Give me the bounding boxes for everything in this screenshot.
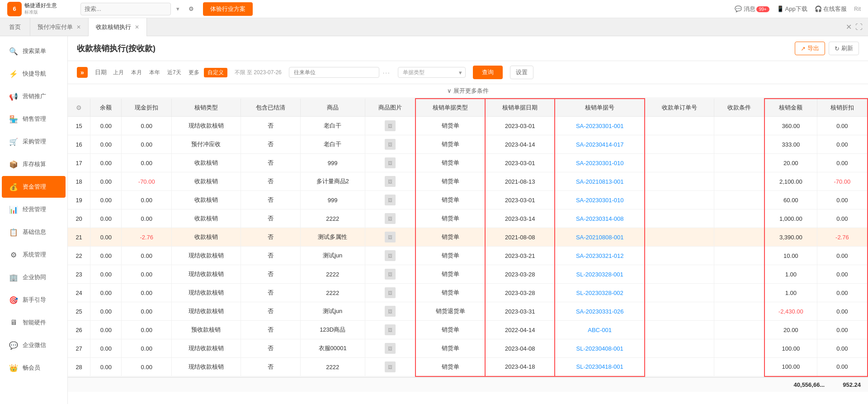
th-settings[interactable]: ⚙ bbox=[68, 99, 90, 117]
app-download-btn[interactable]: 📱 App下载 bbox=[777, 5, 807, 13]
date-7days-btn[interactable]: 近7天 bbox=[165, 68, 184, 77]
message-btn[interactable]: 💬 消息99+ bbox=[735, 5, 769, 13]
td-bill-no[interactable]: SL-20230408-001 bbox=[555, 339, 644, 358]
sidebar-item-inventory[interactable]: 📦 库存核算 bbox=[2, 153, 66, 175]
sidebar-item-basic[interactable]: 📋 基础信息 bbox=[2, 221, 66, 243]
sidebar-item-member[interactable]: 👑 畅会员 bbox=[2, 357, 66, 379]
bill-no-link[interactable]: SA-20230314-008 bbox=[576, 215, 624, 222]
bill-no-link[interactable]: SA-20230331-026 bbox=[576, 308, 624, 315]
td-amount: 1.00 bbox=[764, 265, 817, 284]
sidebar-item-marketing[interactable]: 📢 营销推广 bbox=[2, 86, 66, 107]
bill-no-link[interactable]: SA-20210808-001 bbox=[576, 234, 624, 241]
sidebar-item-finance[interactable]: 💰 资金管理 bbox=[2, 176, 66, 198]
date-last-month-btn[interactable]: 上月 bbox=[110, 68, 127, 77]
td-pay-cond bbox=[714, 172, 764, 191]
table-row: 18 0.00 -70.00 收款核销 否 多计量商品2 🖼 销货单 2021-… bbox=[68, 172, 868, 191]
td-bill-no[interactable]: SL-20230328-002 bbox=[555, 284, 644, 302]
bill-no-link[interactable]: SA-20230301-001 bbox=[576, 123, 624, 129]
td-amount: 3,390.00 bbox=[764, 228, 817, 247]
td-pay-cond bbox=[714, 321, 764, 339]
td-verify-type: 现结收款核销 bbox=[172, 117, 241, 135]
bill-no-link[interactable]: SA-20230301-010 bbox=[576, 197, 624, 204]
td-bill-type: 销货退货单 bbox=[415, 302, 485, 321]
sidebar-item-search[interactable]: 🔍 搜索菜单 bbox=[2, 40, 66, 62]
sidebar-item-system[interactable]: ⚙ 系统管理 bbox=[2, 244, 66, 266]
td-settled: 否 bbox=[241, 209, 300, 228]
date-this-year-btn[interactable]: 本年 bbox=[146, 68, 163, 77]
date-this-month-btn[interactable]: 本月 bbox=[128, 68, 145, 77]
th-order-no: 收款单订单号 bbox=[645, 99, 714, 117]
sidebar-item-collab[interactable]: 🏢 企业协同 bbox=[2, 266, 66, 288]
sidebar-item-hardware[interactable]: 🖥 智能硬件 bbox=[2, 312, 66, 333]
bill-no-link[interactable]: SL-20230328-001 bbox=[576, 271, 623, 278]
top-search-input[interactable] bbox=[80, 3, 171, 15]
export-button[interactable]: ↗ 导出 bbox=[795, 42, 825, 55]
bill-no-link[interactable]: SA-20230321-012 bbox=[576, 252, 624, 259]
maximize-icon[interactable]: ⛶ bbox=[855, 23, 863, 31]
product-img-placeholder: 🖼 bbox=[385, 120, 396, 131]
product-img-cell: 🖼 bbox=[369, 195, 411, 205]
td-bill-no[interactable]: SL-20230328-001 bbox=[555, 265, 644, 284]
top-bar: 6 畅捷通好生意 标准版 ▾ ⚙ 体验行业方案 💬 消息99+ 📱 App下载 … bbox=[0, 0, 868, 18]
tab-prepay[interactable]: 预付冲应付单 ✕ bbox=[30, 18, 89, 36]
td-product-img: 🖼 bbox=[365, 358, 415, 376]
close-tab-icon[interactable]: ✕ bbox=[846, 23, 852, 31]
tab-verify[interactable]: 收款核销执行 ✕ bbox=[89, 18, 147, 36]
settings-gear-icon[interactable]: ⚙ bbox=[185, 3, 198, 15]
sidebar-item-purchase[interactable]: 🛒 采购管理 bbox=[2, 131, 66, 152]
td-bill-no[interactable]: SA-20230301-010 bbox=[555, 191, 644, 209]
from-unit-input[interactable] bbox=[289, 67, 379, 78]
refresh-button[interactable]: ↻ 刷新 bbox=[829, 42, 859, 55]
expand-more-bar[interactable]: ∨ 展开更多条件 bbox=[68, 84, 868, 98]
td-bill-no[interactable]: SA-20230414-017 bbox=[555, 135, 644, 154]
td-settled: 否 bbox=[241, 117, 300, 135]
sidebar-item-nav[interactable]: ⚡ 快捷导航 bbox=[2, 63, 66, 85]
tab-prepay-close-icon[interactable]: ✕ bbox=[76, 24, 81, 30]
td-bill-no[interactable]: SA-20210808-001 bbox=[555, 228, 644, 247]
data-table-container[interactable]: ⚙ 余额 现金折扣 核销类型 包含已结清 商品 商品图片 核销单据类型 核销单据… bbox=[68, 98, 868, 404]
td-bill-no[interactable]: SL-20230418-001 bbox=[555, 358, 644, 376]
td-product-img: 🖼 bbox=[365, 265, 415, 284]
bill-no-link[interactable]: SA-20230414-017 bbox=[576, 141, 624, 148]
td-bill-no[interactable]: SA-20230301-001 bbox=[555, 117, 644, 135]
tab-home[interactable]: 首页 bbox=[0, 18, 30, 36]
trial-industry-button[interactable]: 体验行业方案 bbox=[203, 2, 253, 16]
td-bill-date: 2023-04-18 bbox=[485, 358, 555, 376]
td-discount: 0.00 bbox=[817, 247, 868, 265]
bill-no-link[interactable]: SL-20230418-001 bbox=[576, 363, 623, 370]
logo: 6 畅捷通好生意 标准版 bbox=[7, 2, 75, 16]
product-img-cell: 🖼 bbox=[369, 306, 411, 317]
td-bill-no[interactable]: SA-20230331-026 bbox=[555, 302, 644, 321]
th-product-img: 商品图片 bbox=[365, 99, 415, 117]
bill-type-select[interactable]: 单据类型 bbox=[398, 67, 466, 78]
sidebar-item-guide[interactable]: 🎯 新手引导 bbox=[2, 289, 66, 311]
bill-no-link[interactable]: SA-20210813-001 bbox=[576, 178, 624, 185]
sidebar-item-wechat[interactable]: 💬 企业微信 bbox=[2, 334, 66, 356]
bill-no-link[interactable]: ABC-001 bbox=[588, 327, 612, 333]
setting-button[interactable]: 设置 bbox=[510, 66, 533, 79]
td-verify-type: 现结收款核销 bbox=[172, 247, 241, 265]
date-more-btn[interactable]: 更多 bbox=[186, 68, 202, 77]
td-bill-no[interactable]: SA-20210813-001 bbox=[555, 172, 644, 191]
filter-expand-button[interactable]: » bbox=[77, 67, 88, 78]
tab-verify-close-icon[interactable]: ✕ bbox=[135, 24, 139, 30]
td-balance: 0.00 bbox=[90, 191, 122, 209]
bill-no-link[interactable]: SL-20230408-001 bbox=[576, 345, 623, 352]
td-discount: -2.76 bbox=[817, 228, 868, 247]
td-bill-no[interactable]: SA-20230301-010 bbox=[555, 154, 644, 172]
td-bill-no[interactable]: SA-20230314-008 bbox=[555, 209, 644, 228]
query-button[interactable]: 查询 bbox=[473, 66, 503, 79]
td-bill-no[interactable]: SA-20230321-012 bbox=[555, 247, 644, 265]
table-row: 28 0.00 0.00 现结收款核销 否 2222 🖼 销货单 2023-04… bbox=[68, 358, 868, 376]
bill-no-link[interactable]: SL-20230328-002 bbox=[576, 290, 623, 296]
bill-no-link[interactable]: SA-20230301-010 bbox=[576, 160, 624, 166]
td-balance: 0.00 bbox=[90, 247, 122, 265]
sidebar-item-business[interactable]: 📊 经营管理 bbox=[2, 199, 66, 220]
date-custom-btn[interactable]: 自定义 bbox=[204, 68, 227, 77]
column-settings-icon[interactable]: ⚙ bbox=[76, 104, 82, 111]
sidebar-item-sales[interactable]: 🏪 销售管理 bbox=[2, 108, 66, 130]
product-img-cell: 🖼 bbox=[369, 361, 411, 372]
td-bill-no[interactable]: ABC-001 bbox=[555, 321, 644, 339]
online-service-btn[interactable]: 🎧 在线客服 bbox=[815, 5, 847, 13]
dropdown-arrow-icon[interactable]: ▾ bbox=[176, 5, 179, 12]
